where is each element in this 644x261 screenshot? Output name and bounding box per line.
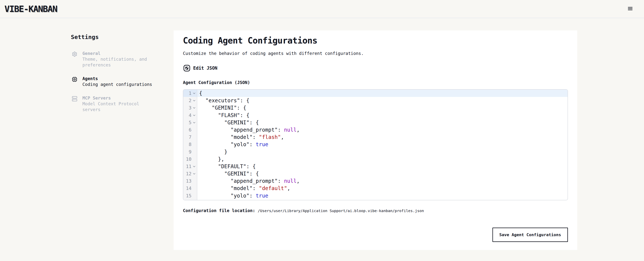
cpu-icon bbox=[72, 77, 78, 82]
sidebar-item-text: GeneralTheme, notifications, and prefere… bbox=[82, 51, 156, 68]
fold-chevron-down-icon[interactable] bbox=[192, 163, 197, 170]
line-number: 9 bbox=[183, 148, 192, 155]
editor-line: 6 "append_prompt": null, bbox=[183, 126, 568, 133]
code-line-content: } bbox=[197, 148, 568, 155]
file-location-path: /Users/user/Library/Application Support/… bbox=[258, 208, 424, 213]
editor-line: 5 "GEMINI": { bbox=[183, 119, 568, 126]
sidebar-item-general[interactable]: GeneralTheme, notifications, and prefere… bbox=[71, 51, 160, 68]
token-punct: : { bbox=[240, 97, 250, 104]
editor-line: 8 "yolo": true bbox=[183, 141, 568, 148]
file-location: Configuration file location: /Users/user… bbox=[183, 208, 568, 213]
editor-gutter-cell: 2 bbox=[183, 97, 197, 104]
fold-chevron-down-icon[interactable] bbox=[192, 170, 197, 177]
editor-gutter-cell: 10 bbox=[183, 155, 197, 163]
editor-gutter-cell: 5 bbox=[183, 119, 197, 126]
line-number: 5 bbox=[183, 119, 192, 126]
page-subtitle: Customize the behavior of coding agents … bbox=[183, 51, 568, 56]
line-number: 7 bbox=[183, 133, 192, 141]
sidebar-item-text: MCP ServersModel Context Protocol server… bbox=[82, 95, 156, 113]
editor-gutter-cell bbox=[183, 199, 197, 200]
editor-gutter-cell: 15 bbox=[183, 192, 197, 199]
token-punct: : bbox=[278, 178, 284, 184]
editor-gutter-cell: 11 bbox=[183, 163, 197, 170]
save-agent-configurations-button[interactable]: Save Agent Configurations bbox=[492, 227, 568, 242]
code-line-content: "DEFAULT": { bbox=[197, 163, 568, 170]
fold-chevron-down-icon[interactable] bbox=[192, 112, 197, 119]
fold-spacer bbox=[192, 126, 197, 133]
file-location-label: Configuration file location: bbox=[183, 208, 255, 213]
app-logo[interactable]: VIBE-KANBAN bbox=[4, 5, 57, 13]
token-key: "append_prompt" bbox=[231, 127, 278, 133]
editor-gutter-cell: 14 bbox=[183, 185, 197, 192]
token-punct: , bbox=[297, 178, 300, 184]
token-string: "default" bbox=[259, 185, 287, 191]
gear-icon bbox=[72, 51, 78, 57]
agent-configurations-panel: Coding Agent Configurations Customize th… bbox=[174, 31, 577, 250]
token-bool: true bbox=[256, 141, 268, 147]
editor-gutter-cell: 1 bbox=[183, 90, 197, 97]
code-line-content: "model": "flash", bbox=[197, 133, 568, 141]
edit-json-toggle[interactable]: Edit JSON bbox=[183, 64, 218, 72]
token-key: "executors" bbox=[206, 97, 240, 104]
line-number: 1 bbox=[183, 90, 192, 97]
token-null: null bbox=[284, 178, 296, 184]
editor-gutter-cell: 4 bbox=[183, 112, 197, 119]
token-punct: : { bbox=[250, 171, 259, 177]
line-number: 6 bbox=[183, 126, 192, 133]
fold-spacer bbox=[192, 141, 197, 148]
editor-line: 3 "GEMINI": { bbox=[183, 104, 568, 111]
editor-line: 11 "DEFAULT": { bbox=[183, 163, 568, 170]
sidebar-item-description: Theme, notifications, and preferences bbox=[82, 56, 156, 68]
fold-chevron-down-icon[interactable] bbox=[192, 119, 197, 126]
fold-spacer bbox=[192, 185, 197, 192]
editor-line: 7 "model": "flash", bbox=[183, 133, 568, 141]
sidebar-item-text: AgentsCoding agent configurations bbox=[82, 76, 156, 87]
sidebar-item-label: Agents bbox=[82, 76, 156, 82]
editor-gutter-cell: 9 bbox=[183, 148, 197, 155]
fold-chevron-down-icon[interactable] bbox=[192, 97, 197, 104]
code-line-content: }, bbox=[197, 155, 568, 163]
line-number: 12 bbox=[183, 170, 192, 177]
token-punct: } bbox=[224, 149, 228, 155]
code-line-content: "yolo": true bbox=[197, 141, 568, 148]
token-key: "GEMINI" bbox=[224, 119, 250, 126]
fold-chevron-down-icon[interactable] bbox=[192, 90, 197, 97]
fold-spacer bbox=[192, 148, 197, 155]
editor-line: 10 }, bbox=[183, 155, 568, 163]
editor-line: 9 } bbox=[183, 148, 568, 155]
editor-gutter-cell: 3 bbox=[183, 104, 197, 111]
token-punct: : bbox=[250, 141, 256, 147]
sidebar-item-agents[interactable]: AgentsCoding agent configurations bbox=[71, 76, 160, 87]
code-line-content: "append_prompt": null, bbox=[197, 126, 568, 133]
save-row: Save Agent Configurations bbox=[183, 227, 568, 242]
hamburger-menu-icon bbox=[628, 6, 633, 12]
settings-sidebar: Settings GeneralTheme, notifications, an… bbox=[71, 33, 160, 120]
code-line-content: "GEMINI": { bbox=[197, 170, 568, 177]
editor-gutter-cell: 12 bbox=[183, 170, 197, 177]
sidebar-item-label: General bbox=[82, 51, 156, 56]
fold-chevron-down-icon[interactable] bbox=[192, 104, 197, 111]
token-punct: : bbox=[278, 127, 284, 133]
sidebar-items: GeneralTheme, notifications, and prefere… bbox=[71, 51, 160, 113]
editor-gutter-cell: 7 bbox=[183, 133, 197, 141]
json-code-editor[interactable]: 1{2 "executors": {3 "GEMINI": {4 "FLASH"… bbox=[183, 89, 568, 200]
hamburger-menu-button[interactable] bbox=[626, 5, 635, 14]
editor-line: 12 "GEMINI": { bbox=[183, 170, 568, 177]
token-punct: : { bbox=[240, 112, 250, 118]
token-punct: : { bbox=[237, 105, 246, 111]
editor-line: 13 "append_prompt": null, bbox=[183, 177, 568, 185]
code-line-content: "append_prompt": null, bbox=[197, 177, 568, 185]
line-number: 14 bbox=[183, 185, 192, 192]
sidebar-item-mcp-servers[interactable]: MCP ServersModel Context Protocol server… bbox=[71, 95, 160, 113]
fold-spacer bbox=[192, 177, 197, 185]
sidebar-title: Settings bbox=[71, 33, 160, 41]
fold-spacer bbox=[192, 192, 197, 199]
editor-line: 1{ bbox=[183, 90, 568, 97]
code-line-content: "yolo": true bbox=[197, 192, 568, 199]
editor-line: 14 "model": "default", bbox=[183, 185, 568, 192]
line-number: 11 bbox=[183, 163, 192, 170]
editor-line: 4 "FLASH": { bbox=[183, 112, 568, 119]
token-key: "yolo" bbox=[231, 141, 250, 147]
token-key: "model" bbox=[231, 185, 253, 191]
token-bool: true bbox=[256, 193, 268, 199]
